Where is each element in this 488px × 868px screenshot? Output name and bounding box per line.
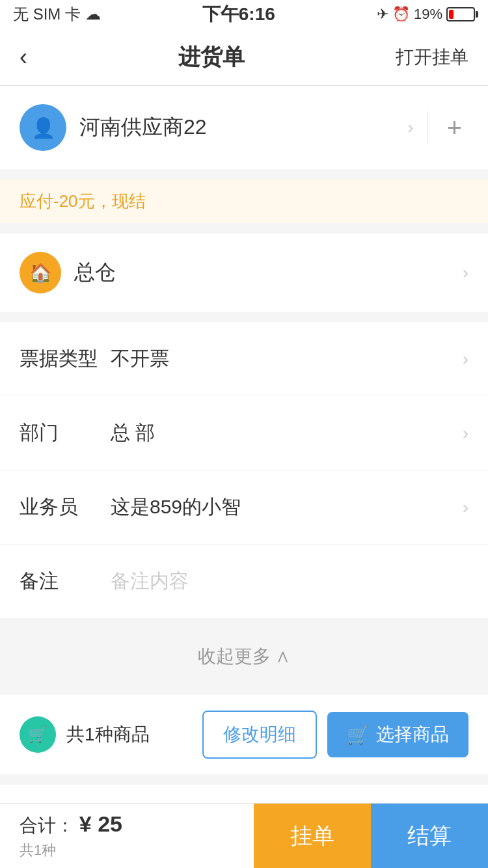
- total-section: 合计： ¥ 25 共1种: [0, 804, 254, 868]
- divider: [427, 111, 427, 144]
- chevron-right-icon: ›: [463, 497, 468, 518]
- collapse-more-label: 收起更多 ∧: [198, 646, 291, 666]
- warehouse-row[interactable]: 🏠 总仓 ›: [0, 234, 488, 312]
- notice-text: 应付-20元，现结: [20, 191, 146, 211]
- status-left: 无 SIM 卡 ☁: [13, 4, 101, 25]
- chevron-right-icon: ›: [407, 117, 413, 138]
- supplier-row[interactable]: 👤 河南供应商22 › +: [0, 86, 488, 169]
- remark-row[interactable]: 备注 备注内容: [0, 544, 488, 618]
- select-label: 选择商品: [376, 722, 449, 747]
- status-right: ✈ ⏰ 19%: [377, 6, 475, 23]
- remark-label: 备注: [20, 568, 111, 595]
- battery-percent: 19%: [414, 6, 442, 23]
- form-section: 票据类型 不开票 › 部门 总 部 › 业务员 这是859的小智 › 备注 备注…: [0, 322, 488, 618]
- collapse-more-button[interactable]: 收起更多 ∧: [0, 629, 488, 685]
- warehouse-section[interactable]: 🏠 总仓 ›: [0, 234, 488, 312]
- battery-icon: [446, 7, 475, 21]
- select-product-button[interactable]: 🛒 选择商品: [327, 712, 468, 757]
- add-supplier-button[interactable]: +: [441, 113, 468, 142]
- total-label: 合计：: [20, 815, 74, 835]
- avatar-icon: 👤: [31, 116, 55, 139]
- ticket-type-row[interactable]: 票据类型 不开票 ›: [0, 322, 488, 396]
- edit-details-button[interactable]: 修改明细: [202, 711, 317, 759]
- department-label: 部门: [20, 420, 111, 446]
- ticket-type-label: 票据类型: [20, 346, 111, 372]
- salesperson-value: 这是859的小智: [111, 494, 456, 521]
- notice-banner: 应付-20元，现结: [0, 180, 488, 223]
- settle-label: 结算: [407, 821, 452, 851]
- ticket-type-value: 不开票: [111, 346, 456, 372]
- open-pending-button[interactable]: 打开挂单: [396, 45, 468, 70]
- total-count: 共1种: [20, 841, 234, 860]
- department-row[interactable]: 部门 总 部 ›: [0, 396, 488, 470]
- settle-button[interactable]: 结算: [371, 804, 488, 868]
- warehouse-icon: 🏠: [20, 252, 61, 293]
- location-icon: ✈: [377, 6, 388, 23]
- supplier-avatar: 👤: [20, 104, 66, 151]
- house-icon: 🏠: [29, 262, 52, 284]
- department-value: 总 部: [111, 420, 456, 446]
- remark-placeholder: 备注内容: [111, 568, 468, 595]
- select-icon: 🛒: [347, 724, 370, 746]
- supplier-section: 👤 河南供应商22 › +: [0, 86, 488, 169]
- sim-status: 无 SIM 卡 ☁: [13, 4, 101, 25]
- back-button[interactable]: ‹: [20, 44, 27, 71]
- hang-order-label: 挂单: [290, 821, 334, 851]
- nav-bar: ‹ 进货单 打开挂单: [0, 29, 488, 86]
- salesperson-label: 业务员: [20, 494, 111, 521]
- bottom-bar: 合计： ¥ 25 共1种 挂单 结算: [0, 803, 488, 868]
- status-time: 下午6:16: [202, 2, 275, 27]
- total-amount: ¥ 25: [79, 811, 122, 836]
- chevron-right-icon: ›: [463, 423, 468, 444]
- hang-order-button[interactable]: 挂单: [254, 804, 371, 868]
- products-icon: 🛒: [20, 716, 56, 753]
- page-title: 进货单: [178, 42, 245, 72]
- warehouse-name: 总仓: [74, 258, 456, 287]
- salesperson-row[interactable]: 业务员 这是859的小智 ›: [0, 470, 488, 544]
- status-bar: 无 SIM 卡 ☁ 下午6:16 ✈ ⏰ 19%: [0, 0, 488, 29]
- supplier-name: 河南供应商22: [79, 113, 401, 142]
- chevron-right-icon: ›: [463, 349, 468, 370]
- products-section: 🛒 共1种商品 修改明细 🛒 选择商品: [0, 695, 488, 774]
- products-header: 🛒 共1种商品 修改明细 🛒 选择商品: [0, 695, 488, 774]
- cart-icon: 🛒: [28, 726, 47, 744]
- total-row: 合计： ¥ 25: [20, 811, 234, 838]
- chevron-right-icon: ›: [463, 262, 468, 283]
- alarm-icon: ⏰: [392, 6, 410, 23]
- products-count: 共1种商品: [66, 722, 192, 747]
